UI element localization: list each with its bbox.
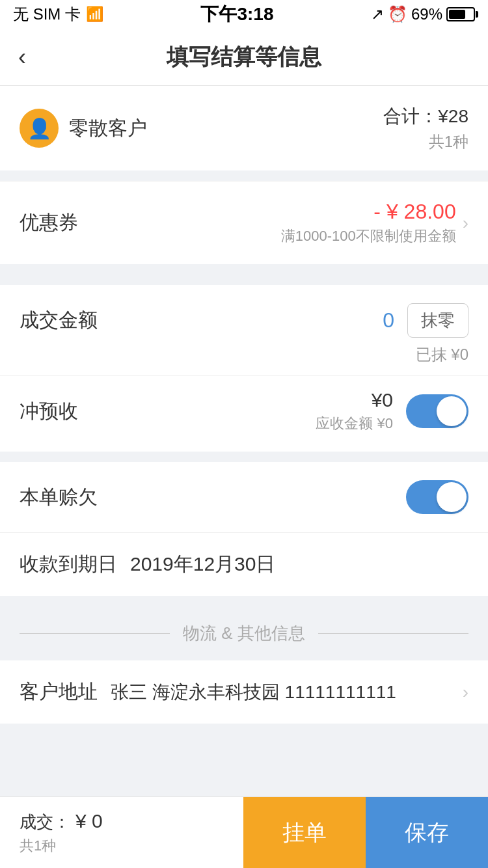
deal-amount-right: 0 抹零 (383, 303, 468, 338)
page-title: 填写结算等信息 (167, 42, 321, 72)
avatar-icon: 👤 (27, 117, 51, 140)
coupon-right: - ¥ 28.00 满1000-100不限制使用金额 › (281, 200, 468, 246)
logistics-section: 物流 & 其他信息 (0, 606, 488, 660)
deal-amount-section: 成交金额 0 抹零 已抹 ¥0 冲预收 ¥0 应收金额 ¥0 (0, 285, 488, 452)
logistics-label: 物流 & 其他信息 (183, 622, 305, 645)
no-sim-label: 无 SIM 卡 (13, 4, 81, 25)
bottom-deal-label: 成交： (20, 811, 70, 834)
precollect-amount: ¥0 (316, 389, 393, 411)
total-amount: 合计：¥28 (383, 104, 468, 129)
round-zero-button[interactable]: 抹零 (407, 303, 468, 338)
deal-amount-value[interactable]: 0 (383, 308, 394, 332)
pending-button[interactable]: 挂单 (243, 797, 366, 869)
bottom-deal-amount: ¥ 0 (75, 810, 103, 832)
status-left: 无 SIM 卡 📶 (13, 4, 103, 25)
logistics-line-right (318, 633, 468, 634)
deal-amount-label: 成交金额 (20, 307, 98, 334)
precollect-label: 冲预收 (20, 398, 78, 425)
chevron-right-icon: › (463, 213, 468, 234)
address-label: 客户地址 (20, 679, 98, 705)
divider-1 (0, 275, 488, 285)
coupon-label: 优惠券 (20, 210, 78, 236)
address-left: 客户地址 张三 海淀永丰科技园 11111111111 (20, 679, 396, 705)
location-icon: ↗ (371, 5, 384, 23)
deal-amount-row: 成交金额 0 抹零 (0, 285, 488, 344)
toggle-knob (437, 396, 467, 426)
due-date-label: 收款到期日 (20, 551, 117, 578)
address-section: 客户地址 张三 海淀永丰科技园 11111111111 › (0, 660, 488, 724)
battery-icon (446, 7, 475, 21)
debt-label: 本单赊欠 (20, 484, 98, 511)
precollect-sub: 应收金额 ¥0 (316, 414, 393, 433)
coupon-description: 满1000-100不限制使用金额 (281, 226, 456, 246)
customer-row: 👤 零散客户 合计：¥28 共1种 (0, 86, 488, 170)
status-time: 下午3:18 (200, 2, 273, 27)
bottom-info: 成交： ¥ 0 共1种 (0, 810, 243, 856)
coupon-amount: - ¥ 28.00 (281, 200, 456, 224)
bottom-bar: 成交： ¥ 0 共1种 挂单 保存 (0, 796, 488, 868)
total-count: 共1种 (383, 131, 468, 152)
status-bar: 无 SIM 卡 📶 下午3:18 ↗ ⏰ 69% (0, 0, 488, 29)
address-value: 张三 海淀永丰科技园 11111111111 (111, 680, 396, 705)
customer-right: 合计：¥28 共1种 (383, 104, 468, 152)
precollect-right: ¥0 应收金额 ¥0 (316, 389, 468, 433)
deal-rounded-sub: 已抹 ¥0 (0, 344, 488, 375)
bottom-count: 共1种 (20, 836, 224, 856)
debt-toggle[interactable] (406, 480, 468, 514)
debt-section: 本单赊欠 收款到期日 2019年12月30日 (0, 462, 488, 596)
due-date-value[interactable]: 2019年12月30日 (130, 551, 275, 578)
customer-left: 👤 零散客户 (20, 109, 147, 148)
wifi-icon: 📶 (86, 6, 103, 23)
save-button[interactable]: 保存 (366, 797, 488, 869)
logistics-line-left (20, 633, 170, 634)
address-chevron-icon: › (463, 682, 468, 703)
precollect-info: ¥0 应收金额 ¥0 (316, 389, 393, 433)
address-row[interactable]: 客户地址 张三 海淀永丰科技园 11111111111 › (0, 660, 488, 724)
alarm-icon: ⏰ (388, 5, 407, 23)
precollect-row: 冲预收 ¥0 应收金额 ¥0 (0, 375, 488, 452)
due-date-row: 收款到期日 2019年12月30日 (0, 532, 488, 596)
coupon-section: 优惠券 - ¥ 28.00 满1000-100不限制使用金额 › (0, 181, 488, 264)
back-button[interactable]: ‹ (18, 44, 26, 71)
customer-section: 👤 零散客户 合计：¥28 共1种 (0, 86, 488, 170)
debt-toggle-knob (437, 482, 467, 512)
coupon-info: - ¥ 28.00 满1000-100不限制使用金额 (281, 200, 456, 246)
precollect-toggle[interactable] (406, 394, 468, 428)
customer-name: 零散客户 (69, 115, 147, 142)
nav-bar: ‹ 填写结算等信息 (0, 29, 488, 86)
divider-2 (0, 452, 488, 462)
avatar: 👤 (20, 109, 59, 148)
status-right: ↗ ⏰ 69% (371, 5, 475, 23)
battery-percent: 69% (411, 5, 442, 23)
debt-row: 本单赊欠 (0, 462, 488, 532)
coupon-row[interactable]: 优惠券 - ¥ 28.00 满1000-100不限制使用金额 › (0, 181, 488, 264)
